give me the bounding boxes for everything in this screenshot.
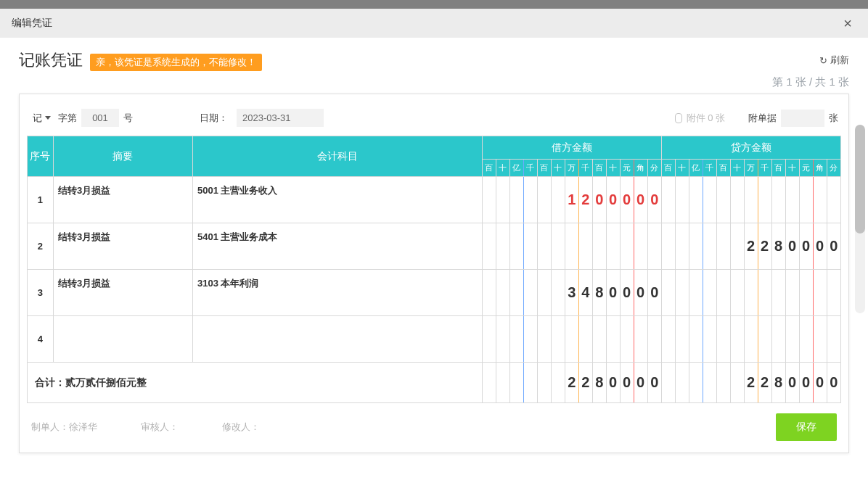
digit-cell[interactable]: 0 [799,223,813,270]
summary-cell[interactable]: 结转3月损益 [53,223,192,270]
digit-cell[interactable]: 0 [634,177,647,223]
digit-cell[interactable] [675,223,689,270]
digit-cell[interactable] [537,223,551,270]
digit-cell[interactable] [675,177,689,223]
digit-cell[interactable] [647,223,661,270]
digit-cell[interactable]: 3 [565,270,578,316]
digit-cell[interactable] [496,363,509,403]
digit-cell[interactable] [703,270,716,316]
digit-cell[interactable] [496,316,509,363]
digit-cell[interactable]: 0 [647,270,661,316]
digit-cell[interactable]: 0 [785,223,799,270]
summary-cell[interactable]: 结转3月损益 [53,270,192,316]
digit-cell[interactable]: 2 [565,363,578,403]
digit-cell[interactable]: 2 [758,223,771,270]
digit-cell[interactable] [813,177,827,223]
digit-cell[interactable] [689,363,703,403]
digit-cell[interactable] [744,270,758,316]
digit-cell[interactable] [523,316,537,363]
digit-cell[interactable]: 2 [578,363,592,403]
refresh-button[interactable]: ↻ 刷新 [819,54,849,67]
digit-cell[interactable]: 0 [634,270,647,316]
digit-cell[interactable] [634,316,647,363]
digit-cell[interactable]: 2 [744,223,758,270]
digit-cell[interactable] [675,270,689,316]
digit-cell[interactable] [689,316,703,363]
digit-cell[interactable]: 0 [785,363,799,403]
digit-cell[interactable] [813,316,827,363]
digit-cell[interactable] [785,316,799,363]
digit-cell[interactable] [827,316,840,363]
digit-cell[interactable] [578,316,592,363]
digit-cell[interactable] [689,270,703,316]
digit-cell[interactable]: 0 [620,363,634,403]
digit-cell[interactable] [509,177,523,223]
digit-cell[interactable]: 0 [620,270,634,316]
digit-cell[interactable] [551,363,565,403]
digit-cell[interactable] [730,363,744,403]
attachment-count[interactable]: 附件 0 张 [675,112,725,125]
digit-cell[interactable]: 0 [813,363,827,403]
account-cell[interactable] [192,316,482,363]
digit-cell[interactable] [537,177,551,223]
digit-cell[interactable] [496,223,509,270]
digit-cell[interactable] [482,177,496,223]
digit-cell[interactable] [551,223,565,270]
digit-cell[interactable]: 0 [827,223,840,270]
voucher-number-input[interactable]: 001 [81,109,119,127]
digit-cell[interactable] [565,223,578,270]
digit-cell[interactable] [647,316,661,363]
close-icon[interactable]: × [839,15,856,32]
digit-cell[interactable] [689,177,703,223]
digit-cell[interactable] [730,316,744,363]
account-cell[interactable]: 5401 主营业务成本 [192,223,482,270]
digit-cell[interactable] [675,363,689,403]
account-cell[interactable]: 3103 本年利润 [192,270,482,316]
digit-cell[interactable] [523,363,537,403]
digit-cell[interactable] [813,270,827,316]
digit-cell[interactable] [799,177,813,223]
digit-cell[interactable] [578,223,592,270]
digit-cell[interactable] [592,316,606,363]
digit-cell[interactable]: 0 [606,270,620,316]
account-cell[interactable]: 5001 主营业务收入 [192,177,482,223]
digit-cell[interactable] [675,316,689,363]
digit-cell[interactable] [730,270,744,316]
digit-cell[interactable]: 8 [771,363,785,403]
digit-cell[interactable] [730,223,744,270]
digit-cell[interactable] [716,363,730,403]
digit-cell[interactable] [620,316,634,363]
digit-cell[interactable] [509,223,523,270]
digit-cell[interactable] [716,316,730,363]
digit-cell[interactable]: 0 [606,177,620,223]
digit-cell[interactable]: 0 [799,363,813,403]
vertical-scrollbar[interactable] [855,125,865,313]
summary-cell[interactable] [53,316,192,363]
digit-cell[interactable]: 0 [592,177,606,223]
digit-cell[interactable] [537,270,551,316]
digit-cell[interactable] [758,177,771,223]
digit-cell[interactable] [634,223,647,270]
digit-cell[interactable]: 8 [592,270,606,316]
digit-cell[interactable] [620,223,634,270]
digit-cell[interactable] [827,270,840,316]
digit-cell[interactable]: 0 [647,177,661,223]
digit-cell[interactable] [771,177,785,223]
digit-cell[interactable] [606,316,620,363]
digit-cell[interactable] [661,363,675,403]
voucher-type-select[interactable]: 记 [30,110,54,126]
digit-cell[interactable]: 0 [634,363,647,403]
digit-cell[interactable] [592,223,606,270]
digit-cell[interactable] [785,270,799,316]
digit-cell[interactable]: 8 [771,223,785,270]
digit-cell[interactable] [551,177,565,223]
digit-cell[interactable] [523,177,537,223]
digit-cell[interactable] [537,316,551,363]
digit-cell[interactable] [703,316,716,363]
digit-cell[interactable] [771,270,785,316]
digit-cell[interactable] [509,316,523,363]
digit-cell[interactable] [703,223,716,270]
digit-cell[interactable] [523,270,537,316]
digit-cell[interactable]: 8 [592,363,606,403]
digit-cell[interactable] [758,316,771,363]
